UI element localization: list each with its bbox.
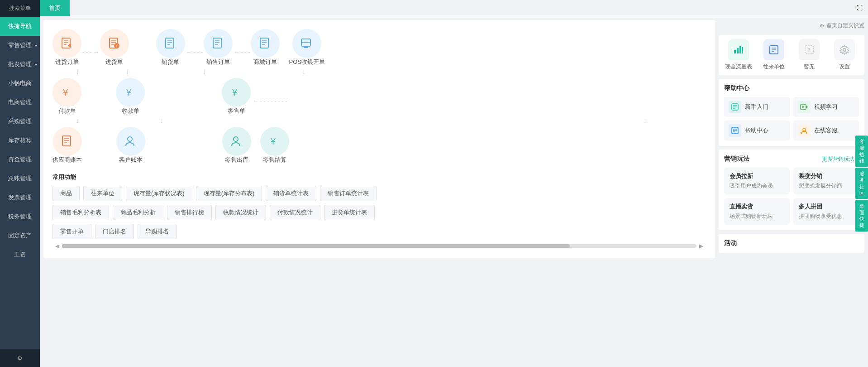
func-btn-sales-rank[interactable]: 销售排行榜 [167, 205, 212, 220]
flow-node-receipt[interactable]: ¥ 收款单 [116, 78, 145, 115]
sidebar-item-finance[interactable]: 资金管理 [0, 150, 40, 169]
none-icon: ? [799, 39, 820, 60]
func-btn-guide-rank[interactable]: 导购排名 [138, 224, 176, 239]
svg-rect-37 [739, 46, 741, 53]
down-arrow-receipt: ↓ [137, 117, 186, 125]
marketing-more[interactable]: 更多营销玩法 > [822, 155, 859, 163]
customize-row[interactable]: ⚙ 首页自定义设置 [719, 20, 864, 31]
quick-icon-none[interactable]: ? 暂无 [794, 39, 825, 71]
float-btn-service-hotline[interactable]: 客服热线 [855, 135, 868, 167]
func-btn-sales-margin[interactable]: 销售毛利分析表 [52, 205, 109, 220]
retail-bill-icon: ¥ [222, 78, 251, 107]
func-btn-purchase-stat[interactable]: 进货单统计表 [324, 205, 375, 220]
flow-diagram: 进货订单 - - - → ↑ 进货单 [52, 29, 706, 164]
sidebar-settings-button[interactable]: ⚙ [0, 349, 40, 367]
float-btn-service-community[interactable]: 服务社区 [855, 168, 868, 199]
sidebar-item-quick-nav[interactable]: 快捷导航 [0, 17, 40, 36]
func-btn-receipt-stat[interactable]: 收款情况统计 [215, 205, 266, 220]
flow-node-customer-account[interactable]: 客户账本 [116, 127, 145, 164]
quick-icon-contacts[interactable]: 往来单位 [758, 39, 789, 71]
sidebar-item-retail[interactable]: 零售管理 ▾ [0, 36, 40, 55]
help-label: 帮助中心 [745, 126, 768, 135]
tab-bar: 首页 ⛶ [40, 0, 868, 16]
help-item-video[interactable]: 视频学习 [793, 97, 859, 117]
down-arrow-purchase2: ↓ [102, 68, 152, 76]
retail-out-icon [222, 127, 251, 156]
sidebar-item-purchase[interactable]: 采购管理 [0, 112, 40, 131]
flow-node-purchase-order[interactable]: 进货订单 [52, 29, 81, 66]
top-right: ⛶ [857, 5, 868, 11]
flow-node-mall-order[interactable]: 商城订单 [251, 29, 280, 66]
func-btn-retail-order[interactable]: 零售开单 [52, 224, 91, 239]
svg-marker-51 [806, 106, 808, 108]
func-btn-sales-order-stat[interactable]: 销售订单统计表 [320, 186, 377, 201]
beginner-label: 新手入门 [745, 103, 768, 111]
scroll-right-arrow[interactable]: ▶ [696, 243, 706, 249]
help-item-help[interactable]: 帮助中心 [724, 121, 790, 140]
sidebar-item-xiaochang[interactable]: 小畅电商 [0, 74, 40, 93]
func-btn-goods[interactable]: 商品 [52, 186, 80, 201]
sidebar-item-label: 固定资产 [8, 232, 32, 239]
marketing-item-group[interactable]: 多人拼团 拼团购物享受优惠 [793, 198, 859, 225]
sales-order-label: 销售订单 [206, 58, 230, 66]
func-btn-payment-stat[interactable]: 付款情况统计 [270, 205, 320, 220]
sidebar-item-salary[interactable]: 工资 [0, 245, 40, 264]
sidebar-item-assets[interactable]: 固定资产 [0, 226, 40, 245]
func-btn-stock2[interactable]: 现存量(库存分布表) [196, 186, 262, 201]
sidebar-item-tax[interactable]: 税务管理 [0, 207, 40, 226]
quick-icon-cash-flow[interactable]: 现金流量表 [723, 39, 754, 71]
retail-settle-icon: ¥ [260, 127, 289, 156]
svg-point-45 [843, 48, 846, 51]
flow-node-retail-out[interactable]: 零售出库 [222, 127, 251, 164]
svg-rect-24 [304, 47, 308, 48]
help-card: 帮助中心 新手入门 视频学习 [719, 79, 864, 146]
settings-icon-box [834, 39, 855, 60]
arrow-1: - - - → [82, 48, 99, 66]
flow-node-retail-settle[interactable]: ¥ 零售结算 [260, 127, 289, 164]
marketing-item-fission[interactable]: 裂变分销 裂变式发展分销商 [793, 168, 859, 194]
sidebar-item-accounting[interactable]: 总账管理 [0, 169, 40, 188]
func-btn-sales-stat[interactable]: 销货单统计表 [266, 186, 316, 201]
scroll-left-arrow[interactable]: ◀ [52, 243, 62, 249]
flow-node-pos[interactable]: POS收银开单 [289, 29, 324, 66]
sidebar-item-invoice[interactable]: 发票管理 [0, 188, 40, 207]
svg-text:¥: ¥ [126, 87, 132, 97]
supplier-account-label: 供应商账本 [52, 156, 82, 164]
float-btn-desktop-quick[interactable]: 桌面快捷 [855, 200, 868, 232]
svg-point-57 [803, 128, 806, 131]
sidebar-item-ecommerce[interactable]: 电商管理 [0, 93, 40, 112]
activity-card: 活动 [719, 234, 864, 253]
marketing-card: 营销玩法 更多营销玩法 > 会员拉新 吸引用户成为会员 裂变分销 裂变式发展分销… [719, 150, 864, 230]
flow-node-supplier-account[interactable]: 供应商账本 [52, 127, 82, 164]
func-btn-contacts[interactable]: 往来单位 [83, 186, 122, 201]
flow-node-sales-order[interactable]: 销售订单 [204, 29, 233, 66]
down-arrow-purchase: ↓ [52, 68, 102, 76]
live-title: 直播卖货 [730, 203, 784, 211]
scroll-track[interactable] [62, 244, 696, 248]
flow-node-sales-bill[interactable]: 销货单 [156, 29, 185, 66]
func-btn-goods-margin[interactable]: 商品毛利分析 [113, 205, 163, 220]
member-sub: 吸引用户成为会员 [730, 182, 784, 190]
func-btn-stock1[interactable]: 现存量(库存状况表) [126, 186, 192, 201]
tab-home[interactable]: 首页 [40, 0, 70, 16]
svg-rect-14 [213, 38, 221, 48]
sidebar-item-label: 资金管理 [8, 156, 32, 163]
left-panel: 进货订单 - - - → ↑ 进货单 [40, 16, 719, 367]
help-item-service[interactable]: 在线客服 [793, 121, 859, 140]
flow-node-retail-bill[interactable]: ¥ 零售单 [222, 78, 251, 115]
sidebar-item-wholesale[interactable]: 批发管理 ▾ [0, 55, 40, 74]
group-title: 多人拼团 [799, 203, 854, 211]
func-btn-store-rank[interactable]: 门店排名 [95, 224, 134, 239]
quick-icon-settings[interactable]: 设置 [829, 39, 860, 71]
flow-node-purchase-bill[interactable]: ↑ 进货单 [100, 29, 129, 66]
expand-icon[interactable]: ⛶ [857, 5, 863, 11]
flow-node-payment[interactable]: ¥ 付款单 [52, 78, 81, 115]
flow-row-2: ¥ 付款单 ¥ 收款单 [52, 78, 706, 115]
marketing-item-member[interactable]: 会员拉新 吸引用户成为会员 [724, 168, 790, 194]
marketing-item-live[interactable]: 直播卖货 场景式购物新玩法 [724, 198, 790, 225]
sidebar-item-label: 零售管理 [8, 42, 32, 48]
help-item-beginner[interactable]: 新手入门 [724, 97, 790, 117]
marketing-title: 营销玩法 [724, 155, 749, 163]
sidebar-search[interactable]: 搜索菜单 [0, 0, 40, 17]
sidebar-item-inventory[interactable]: 库存核算 [0, 131, 40, 150]
